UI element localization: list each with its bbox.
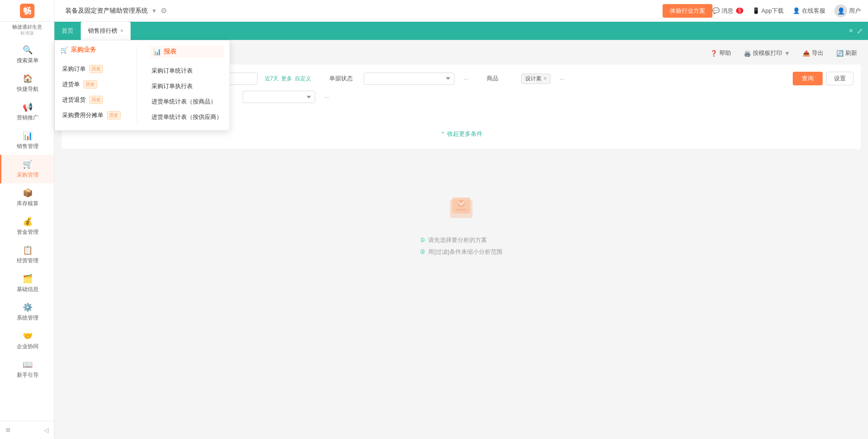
enterprise-icon: 🤝 [23,331,33,341]
dropdown-report-col: 📊 报表 采购订单统计表 采购订单执行表 进货单统计表（按商品） 进货单统计表（… [150,46,224,125]
status-filter-label: 单据状态 [329,74,356,83]
tab-expand-icon[interactable]: ⤢ [857,27,863,35]
sidebar-item-basic[interactable]: 🗂️ 基础信息 [0,269,54,298]
sidebar-item-search[interactable]: 🔍 搜索菜单 [0,40,54,69]
system-icon: ⚙️ [23,302,33,312]
help-icon: ❓ [710,50,717,57]
goods-tag: 设计素 × [521,74,551,84]
top-header: 装备及固定资产辅助管理系统 ▼ ⚙ 体验行业方案 💬 消息 5 📱 App下载 … [54,0,868,22]
sidebar-item-operations[interactable]: 📋 经营管理 [0,241,54,269]
header-user[interactable]: 👤 用户 [834,5,861,17]
export-icon: 📤 [803,50,810,57]
goods-more-dots[interactable]: ··· [560,75,565,82]
header-app-download[interactable]: 📱 App下载 [752,7,784,15]
shortcut-custom[interactable]: 自定义 [295,75,311,83]
settings-filter-btn[interactable]: 设置 [826,72,853,85]
finance-icon: 💰 [23,217,33,227]
purchase-icon: 🛒 [23,159,33,169]
refresh-btn[interactable]: 🔄 刷新 [833,47,861,59]
search-icon: 🔍 [23,45,33,55]
system-settings-icon[interactable]: ⚙ [161,6,167,15]
dropdown-menu: 🛒 采购业务 采购订单 历史 进货单 历史 进货退货 历史 采购费用分摊单 历史 [54,40,230,131]
report-col-icon: 📊 [153,48,161,55]
dropdown-item-goods-stat-by-goods[interactable]: 进货单统计表（按商品） [150,94,224,109]
service-icon: 👤 [793,7,800,14]
basic-icon: 🗂️ [23,274,33,284]
goods-tag-close[interactable]: × [543,75,546,82]
sidebar-item-sales[interactable]: 📊 销售管理 [0,126,54,155]
system-title-text: 装备及固定资产辅助管理系统 [65,7,148,15]
dropdown-item-goods-receipt[interactable]: 进货单 历史 [60,77,124,92]
header-messages[interactable]: 💬 消息 5 [712,7,743,15]
system-dropdown-arrow[interactable]: ▼ [151,8,157,14]
industry-btn[interactable]: 体验行业方案 [663,4,712,18]
collapse-up-icon: ⌃ [440,131,445,138]
col-divider [137,46,137,125]
dropdown-item-goods-return[interactable]: 进货退货 历史 [60,92,124,108]
empty-state: ① 请先选择要分析的方案 ② 用[过滤]条件来缩小分析范围 [62,154,861,294]
purchase-col-icon: 🛒 [60,46,68,54]
salesperson-more-dots[interactable]: ··· [324,94,329,100]
svg-rect-3 [456,209,467,211]
user-avatar: 👤 [834,5,847,17]
sidebar-item-marketing[interactable]: 📢 营销推广 [0,98,54,126]
tab-close-all-icon[interactable]: × [849,27,853,35]
dropdown-item-purchase-order-exec[interactable]: 采购订单执行表 [150,79,224,94]
export-btn[interactable]: 📤 导出 [799,47,827,59]
history-tag-3: 历史 [107,111,121,119]
sidebar-item-inventory[interactable]: 📦 库存核算 [0,183,54,212]
dropdown-item-purchase-order-stat[interactable]: 采购订单统计表 [150,63,224,79]
marketing-icon: 📢 [23,102,33,112]
collapse-sidebar-icon[interactable]: ◁ [44,427,49,434]
logo-text: 畅捷通好生意 标准版 [0,22,54,37]
tab-bar-actions: × ⤢ [849,27,868,35]
query-btn[interactable]: 查询 [793,72,823,85]
sidebar-nav: 🔍 搜索菜单 🏠 快捷导航 📢 营销推广 📊 销售管理 🛒 采购管理 📦 库存核… [0,37,54,421]
print-dropdown-icon: ▼ [784,50,790,57]
empty-tips: ① 请先选择要分析的方案 ② 用[过滤]条件来缩小分析范围 [420,234,502,258]
tab-bar: 首页 销售排行榜 × × ⤢ [54,22,868,40]
sidebar-item-guide[interactable]: 📖 新手引导 [0,355,54,384]
sidebar-item-finance[interactable]: 💰 资金管理 [0,212,54,241]
dropdown-item-purchase-order[interactable]: 采购订单 历史 [60,61,124,77]
sidebar: 畅 畅捷通好生意 标准版 🔍 搜索菜单 🏠 快捷导航 📢 营销推广 📊 销售管理… [0,0,54,439]
settings-bottom-icon[interactable]: ⚙ [5,427,11,434]
empty-illustration [443,191,479,227]
sales-icon: 📊 [23,131,33,141]
salesperson-select[interactable] [243,91,315,103]
dropdown-purchase-col: 🛒 采购业务 采购订单 历史 进货单 历史 进货退货 历史 采购费用分摊单 历史 [60,46,124,125]
system-title-area: 装备及固定资产辅助管理系统 ▼ ⚙ [65,6,657,15]
inventory-icon: 📦 [23,188,33,198]
tab-close-icon[interactable]: × [120,28,123,34]
sidebar-item-system[interactable]: ⚙️ 系统管理 [0,298,54,326]
svg-rect-4 [458,212,465,214]
shortcut-more[interactable]: 更多 [281,75,292,83]
tab-home[interactable]: 首页 [54,22,81,40]
dropdown-item-purchase-fee[interactable]: 采购费用分摊单 历史 [60,108,124,123]
logo-area: 畅 [0,0,54,22]
header-right: 💬 消息 5 📱 App下载 👤 在线客服 👤 用户 [712,5,861,17]
history-tag-0: 历史 [89,65,103,73]
message-icon: 💬 [712,7,720,14]
message-badge: 5 [736,8,743,14]
tab-sales-rank[interactable]: 销售排行榜 × [81,22,131,40]
dropdown-item-goods-stat-by-supplier[interactable]: 进货单统计表（按供应商） [150,109,224,125]
dropdown-report-title: 📊 报表 [150,46,224,58]
header-online-service[interactable]: 👤 在线客服 [793,7,825,15]
sidebar-item-enterprise[interactable]: 🤝 企业协同 [0,326,54,355]
guide-icon: 📖 [23,360,33,370]
svg-point-2 [458,200,465,207]
history-tag-1: 历史 [83,80,97,89]
status-more-dots[interactable]: ··· [463,75,468,82]
sidebar-item-purchase[interactable]: 🛒 采购管理 [0,155,54,183]
operations-icon: 📋 [23,245,33,255]
sidebar-bottom: ⚙ ◁ [0,421,54,439]
help-btn[interactable]: ❓ 帮助 [707,47,735,59]
shortcut-7days[interactable]: 近7天 [265,75,279,83]
sidebar-item-quick-nav[interactable]: 🏠 快捷导航 [0,69,54,98]
status-select[interactable] [364,73,454,85]
dropdown-purchase-title: 🛒 采购业务 [60,46,124,56]
dropdown-overlay: 🛒 采购业务 采购订单 历史 进货单 历史 进货退货 历史 采购费用分摊单 历史 [54,40,230,131]
template-print-btn[interactable]: 🖨️ 按模板打印 ▼ [740,47,794,59]
date-shortcuts: 近7天 更多 自定义 [265,75,312,83]
